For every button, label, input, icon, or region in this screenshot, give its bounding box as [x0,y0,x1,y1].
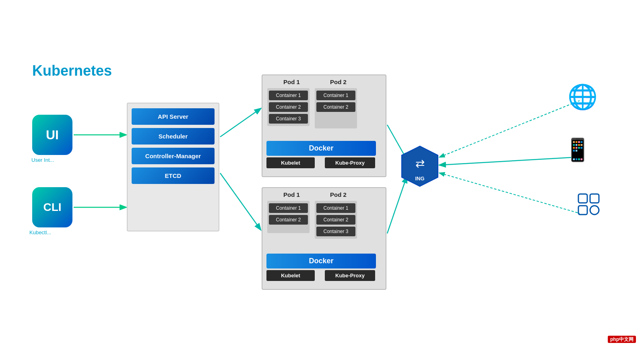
node1-kube-proxy-box: Kube-Proxy [325,157,375,168]
cli-label: Kubectl... [29,229,51,235]
node1-pod2-inner: Container 1 Container 2 [315,88,357,128]
node1-pod1-inner: Container 1 Container 2 Container 3 [267,88,310,126]
node2-pod1-container1: Container 1 [269,203,308,213]
node2-pod2-container2: Container 2 [316,215,355,225]
node2-pod1-inner: Container 1 Container 2 [267,201,310,233]
node1-docker-btn: Docker [266,141,376,156]
watermark: php中文网 [608,336,636,343]
node1-pod1-container1: Container 1 [269,91,308,100]
node2-box: Pod 1 Pod 2 Container 1 Container 2 Cont… [262,187,386,290]
node1-pod2-label: Pod 2 [330,78,347,85]
node2-pod2-container1: Container 1 [316,203,355,213]
node2-kube-proxy-box: Kube-Proxy [325,270,375,281]
svg-rect-21 [578,194,587,203]
apps-icon [578,193,600,220]
node2-pod1-label: Pod 1 [283,191,300,198]
ui-icon-text: UI [46,128,59,142]
svg-line-12 [220,173,260,229]
node1-pod2-container1: Container 1 [316,91,355,100]
phone-icon: 📱 [564,137,592,163]
node2-pod2-inner: Container 1 Container 2 Container 3 [315,201,357,239]
svg-rect-23 [578,206,587,215]
api-server-btn: API Server [132,108,215,125]
scheduler-btn: Scheduler [132,128,215,145]
ui-label: User Int... [31,157,54,163]
ing-hexagon: ⇄ ING [400,144,440,188]
svg-line-16 [440,157,580,165]
svg-text:ING: ING [415,176,424,182]
controller-manager-btn: Controller-Manager [132,148,215,164]
control-plane-box: API Server Scheduler Controller-Manager … [127,103,219,231]
page-title: Kubernetes [32,62,112,79]
apps-svg [578,193,600,215]
svg-line-17 [440,173,580,213]
node1-pod1-label: Pod 1 [283,78,300,85]
node2-pod2-label: Pod 2 [330,191,347,198]
watermark-text: php中文网 [608,336,636,343]
node2-pod1-container2: Container 2 [269,215,308,225]
svg-line-15 [440,101,580,157]
node2-pod2-container3: Container 3 [316,227,355,236]
node2-kubelet-box: Kubelet [266,270,315,281]
ing-hex-svg: ⇄ ING [400,144,440,188]
node2-docker-btn: Docker [266,254,376,268]
globe-icon: 🌐 [568,83,598,111]
svg-text:⇄: ⇄ [415,157,425,170]
cli-icon: CLI [32,187,72,227]
node1-box: Pod 1 Pod 2 Container 1 Container 2 Cont… [262,74,386,177]
cli-icon-text: CLI [43,201,61,214]
node1-pod1-container2: Container 2 [269,102,308,112]
ui-icon: UI [32,115,72,155]
etcd-btn: ETCD [132,167,215,184]
svg-rect-22 [590,194,599,203]
svg-line-11 [220,109,260,137]
node1-pod1-container3: Container 3 [269,114,308,124]
node1-pod2-container2: Container 2 [316,102,355,112]
svg-point-24 [590,206,599,215]
node1-kubelet-box: Kubelet [266,157,315,168]
